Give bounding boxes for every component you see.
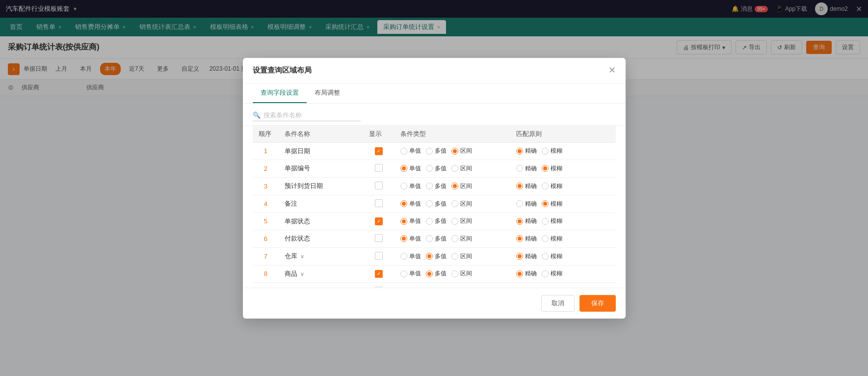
dialog-tab-query-fields[interactable]: 查询字段设置 — [253, 83, 307, 97]
settings-dialog: 设置查询区域布局 ✕ 查询字段设置 布局调整 🔍 顺序 条件名称 — [243, 58, 626, 97]
dialog-close-btn[interactable]: ✕ — [608, 66, 616, 75]
dialog-title: 设置查询区域布局 — [253, 66, 312, 75]
dialog-header: 设置查询区域布局 ✕ — [243, 58, 626, 83]
dialog-tab-layout[interactable]: 布局调整 — [307, 83, 348, 97]
dialog-tabs: 查询字段设置 布局调整 — [243, 83, 626, 97]
modal-overlay: 设置查询区域布局 ✕ 查询字段设置 布局调整 🔍 顺序 条件名称 — [0, 0, 868, 96]
